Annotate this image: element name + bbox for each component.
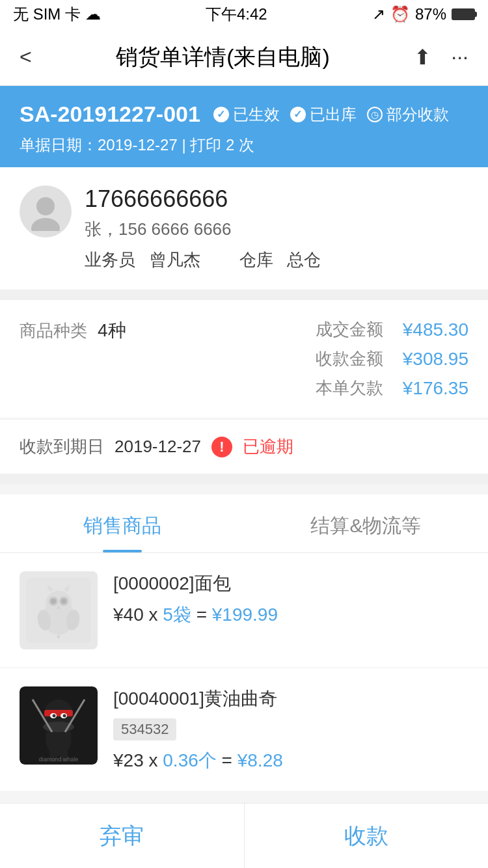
reject-button[interactable]: 弃审: [0, 804, 245, 868]
order-print: | 打印 2 次: [182, 136, 254, 154]
price-base-1: ¥40: [113, 604, 144, 625]
deal-label: 成交金额: [316, 318, 383, 341]
order-header: SA-20191227-001 ✓ 已生效 ✓ 已出库 ◷ 部分收款 单据日期：…: [0, 86, 488, 167]
svg-point-20: [53, 714, 56, 718]
product-item-1: + [0000002]面包 ¥40 x 5袋 = ¥199.99: [0, 553, 488, 668]
receipt-value: ¥308.95: [403, 349, 468, 370]
equals-sign-2: =: [222, 750, 237, 770]
warehouse-label: 仓库: [239, 250, 273, 269]
receipt-amount-row: 收款金额 ¥308.95: [316, 347, 468, 370]
overdue-warning-icon: !: [211, 437, 232, 457]
tab-sales-label: 销售商品: [83, 515, 161, 536]
overdue-date: 2019-12-27: [115, 437, 201, 457]
multiply-sign-2: x: [149, 750, 163, 770]
status-bar: 无 SIM 卡 ☁ 下午4:42 ↗ ⏰ 87%: [0, 0, 488, 29]
stats-right: 成交金额 ¥485.30 收款金额 ¥308.95 本单欠款 ¥176.35: [316, 318, 468, 400]
order-number: SA-20191227-001: [20, 102, 200, 127]
price-base-2: ¥23: [113, 750, 144, 770]
more-button[interactable]: ···: [451, 45, 468, 69]
product-info-2: [00040001]黄油曲奇 534532 ¥23 x 0.36个 = ¥8.2…: [113, 686, 468, 773]
status-right: ↗ ⏰ 87%: [372, 5, 475, 23]
location-icon: ↗: [372, 5, 385, 23]
svg-point-0: [36, 197, 55, 215]
overdue-status-text: 已逾期: [243, 435, 293, 458]
customer-info: 17666666666 张，156 6666 6666 业务员 曾凡杰 仓库 总…: [85, 185, 468, 271]
staff-info: 业务员 曾凡杰: [85, 249, 200, 271]
product-total-1: ¥199.99: [212, 604, 278, 625]
type-count: 4种: [98, 318, 126, 343]
tab-settlement-label: 结算&物流等: [310, 515, 421, 536]
signal-text: 无 SIM 卡 ☁: [13, 4, 101, 25]
battery-icon: [452, 8, 475, 20]
product-qty-1: 5袋: [163, 604, 191, 625]
product-image-owl: +: [26, 578, 91, 643]
svg-point-8: [61, 599, 66, 604]
product-tag-2: 534532: [113, 718, 176, 740]
collect-button[interactable]: 收款: [245, 804, 489, 868]
staff-name: 曾凡杰: [150, 250, 200, 269]
badge-effective-label: 已生效: [233, 104, 280, 125]
badge-effective: ✓ 已生效: [213, 104, 280, 125]
deal-value: ¥485.30: [403, 319, 468, 340]
receipt-label: 收款金额: [316, 347, 383, 370]
badge-shipped-label: 已出库: [310, 104, 357, 125]
svg-text:+: +: [56, 632, 61, 642]
svg-point-1: [31, 218, 60, 231]
customer-id: 17666666666: [85, 185, 468, 213]
status-left: 无 SIM 卡 ☁: [13, 4, 101, 25]
product-thumb-2: diamond whale: [20, 686, 98, 765]
badge-partial-label: 部分收款: [386, 104, 449, 125]
product-name-1: [0000002]面包: [113, 571, 468, 596]
badge-partial: ◷ 部分收款: [367, 104, 449, 125]
back-button[interactable]: <: [20, 45, 32, 69]
warehouse-info: 仓库 总仓: [239, 249, 321, 271]
avatar: [20, 185, 72, 237]
nav-bar: < 销货单详情(来自电脑) ⬆ ···: [0, 29, 488, 86]
nav-actions: ⬆ ···: [414, 45, 468, 70]
share-button[interactable]: ⬆: [414, 45, 431, 70]
multiply-sign-1: x: [149, 604, 163, 625]
order-number-row: SA-20191227-001 ✓ 已生效 ✓ 已出库 ◷ 部分收款: [20, 102, 468, 127]
order-date: 单据日期：2019-12-27: [20, 136, 178, 154]
product-image-ninja: diamond whale: [20, 686, 98, 765]
equals-sign-1: =: [197, 604, 212, 625]
warehouse-name: 总仓: [287, 250, 321, 269]
status-time: 下午4:42: [206, 4, 267, 25]
owed-value: ¥176.35: [403, 378, 468, 399]
check-icon-1: ✓: [213, 107, 229, 122]
deal-amount-row: 成交金额 ¥485.30: [316, 318, 468, 341]
product-price-1: ¥40 x 5袋 = ¥199.99: [113, 603, 468, 627]
check-icon-2: ✓: [290, 107, 306, 122]
customer-section: 17666666666 张，156 6666 6666 业务员 曾凡杰 仓库 总…: [0, 167, 488, 290]
product-name-2: [00040001]黄油曲奇: [113, 686, 468, 711]
status-badges: ✓ 已生效 ✓ 已出库 ◷ 部分收款: [213, 104, 449, 125]
product-thumb-1: +: [20, 571, 98, 649]
tab-sales-products[interactable]: 销售商品: [0, 495, 244, 552]
tabs-row: 销售商品 结算&物流等: [0, 495, 488, 553]
tabs-section: 销售商品 结算&物流等: [0, 495, 488, 553]
bottom-bar: 弃审 收款: [0, 803, 488, 868]
stats-left: 商品种类 4种: [20, 318, 126, 343]
stats-row: 商品种类 4种 成交金额 ¥485.30 收款金额 ¥308.95 本单欠款 ¥…: [20, 318, 468, 400]
owed-label: 本单欠款: [316, 377, 383, 400]
customer-staff: 业务员 曾凡杰 仓库 总仓: [85, 249, 468, 271]
divider-2: [0, 474, 488, 484]
svg-rect-17: [44, 710, 73, 716]
svg-point-7: [51, 599, 56, 604]
product-item-2: diamond whale [00040001]黄油曲奇 534532 ¥23 …: [0, 668, 488, 792]
overdue-section: 收款到期日 2019-12-27 ! 已逾期: [0, 419, 488, 474]
battery-text: 87%: [415, 5, 446, 23]
product-price-2: ¥23 x 0.36个 = ¥8.28: [113, 748, 468, 773]
tab-settlement[interactable]: 结算&物流等: [244, 495, 488, 552]
avatar-icon: [26, 192, 65, 231]
customer-name: 张，156 6666 6666: [85, 218, 468, 241]
product-qty-2: 0.36个: [163, 750, 217, 770]
staff-label: 业务员: [85, 250, 135, 269]
clock-icon: ◷: [367, 107, 383, 122]
owed-amount-row: 本单欠款 ¥176.35: [316, 377, 468, 400]
divider-1: [0, 290, 488, 300]
order-meta: 单据日期：2019-12-27 | 打印 2 次: [20, 135, 468, 156]
overdue-label: 收款到期日: [20, 435, 104, 458]
svg-point-21: [63, 714, 66, 718]
page-title: 销货单详情(来自电脑): [116, 42, 330, 72]
